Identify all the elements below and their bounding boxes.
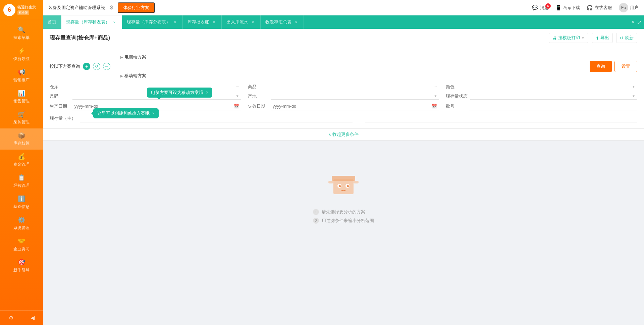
topbar-left: 装备及固定资产辅助管理系统 ⚙ 体验行业方案 bbox=[48, 2, 155, 13]
inv-amount-max-input[interactable] bbox=[365, 114, 638, 122]
page-header: 现存量查询(按仓库+商品) 🖨 按模板打印 ▼ ⬆ 导出 ↺ 刷新 bbox=[43, 29, 644, 47]
trial-btn[interactable]: 体验行业方案 bbox=[118, 2, 155, 13]
tab-inventory-batch[interactable]: 库存批次账 × bbox=[183, 15, 222, 29]
scheme-mobile-arrow[interactable]: ▶ 移动端方案 bbox=[118, 71, 148, 80]
sidebar-item-finance[interactable]: 💰 资金管理 bbox=[0, 150, 43, 171]
reset-filter-btn[interactable]: 设置 bbox=[614, 61, 637, 72]
prod-date-cal-icon[interactable]: 📅 bbox=[234, 104, 239, 109]
export-btn[interactable]: ⬆ 导出 bbox=[592, 33, 613, 43]
empty-step-2: 2 用过滤条件来缩小分析范围 bbox=[313, 216, 374, 225]
sidebar-item-purchase[interactable]: 🛒 采购管理 bbox=[0, 107, 43, 128]
logo-badge: 标准版 bbox=[17, 10, 29, 15]
app-logo: 6 畅通好生意 标准版 bbox=[0, 0, 43, 20]
tab-close-inventory-batch[interactable]: × bbox=[211, 19, 217, 25]
sidebar-item-basic[interactable]: ℹ️ 基础信息 bbox=[0, 192, 43, 213]
prod-date-start-input[interactable] bbox=[74, 104, 232, 109]
tab-close-inventory-status[interactable]: × bbox=[112, 19, 117, 25]
system-name: 装备及固定资产辅助管理系统 bbox=[48, 5, 105, 11]
guide-icon: 🎯 bbox=[18, 259, 25, 266]
topbar-settings-icon[interactable]: ⚙ bbox=[109, 4, 114, 11]
expire-date-cal-icon[interactable]: 📅 bbox=[432, 104, 437, 109]
size-label: 尺码 bbox=[50, 93, 70, 99]
expire-date-start[interactable]: 📅 bbox=[271, 102, 439, 110]
filter-reset-btn[interactable]: ↺ bbox=[93, 63, 100, 70]
batch-input[interactable] bbox=[469, 102, 637, 110]
main-area: 装备及固定资产辅助管理系统 ⚙ 体验行业方案 💬 消息 6 📱 App下载 🎧 … bbox=[43, 0, 644, 325]
settings-footer-btn[interactable]: ⚙ bbox=[9, 315, 13, 321]
filter-grid-row2: 尺码 ▼ 产地 ▼ 现存量状态 bbox=[50, 93, 637, 102]
expire-date-label: 失效日期 bbox=[248, 103, 268, 109]
origin-label: 产地 bbox=[248, 93, 268, 99]
tabbar-actions: × ⤢ bbox=[631, 19, 644, 25]
print-template-btn[interactable]: 🖨 按模板打印 ▼ bbox=[549, 33, 588, 43]
scheme-desktop-arrow[interactable]: ▶ 电脑端方案 bbox=[118, 53, 148, 61]
print-icon: 🖨 bbox=[552, 36, 557, 41]
message-btn[interactable]: 💬 消息 6 bbox=[532, 5, 549, 11]
close-all-tabs-btn[interactable]: × bbox=[631, 19, 634, 25]
page-actions: 🖨 按模板打印 ▼ ⬆ 导出 ↺ 刷新 bbox=[549, 33, 637, 43]
color-select[interactable]: ▼ bbox=[469, 84, 637, 90]
sidebar-item-marketing[interactable]: 📢 营销推广 bbox=[0, 65, 43, 86]
purchase-icon: 🛒 bbox=[18, 111, 25, 118]
quick-nav-icon: ⚡ bbox=[18, 47, 25, 55]
range-separator: — bbox=[357, 116, 361, 121]
sidebar-item-operation[interactable]: 📋 经营管理 bbox=[0, 171, 43, 192]
topbar: 装备及固定资产辅助管理系统 ⚙ 体验行业方案 💬 消息 6 📱 App下载 🎧 … bbox=[43, 0, 644, 15]
app-download-btn[interactable]: 📱 App下载 bbox=[555, 5, 580, 11]
filter-cell-origin: 产地 ▼ bbox=[248, 93, 439, 100]
print-dropdown-icon: ▼ bbox=[581, 36, 585, 40]
tab-recv-summary[interactable]: 收发存汇总表 × bbox=[261, 15, 304, 29]
product-select[interactable]: ··· bbox=[271, 84, 439, 90]
sidebar-item-inventory[interactable]: 📦 库存核算 bbox=[0, 128, 43, 150]
app-download-icon: 📱 bbox=[555, 5, 562, 11]
collapse-filter-btn[interactable]: ∧ 收起更多条件 bbox=[43, 129, 644, 141]
sidebar-item-quick[interactable]: ⚡ 快捷导航 bbox=[0, 44, 43, 65]
inv-status-select[interactable]: ▼ bbox=[470, 93, 637, 100]
refresh-btn[interactable]: ↺ 刷新 bbox=[616, 33, 637, 43]
sidebar-item-system[interactable]: ⚙️ 系统管理 bbox=[0, 213, 43, 234]
filter-cell-product: 商品 ··· bbox=[248, 84, 439, 90]
refresh-icon: ↺ bbox=[620, 36, 624, 41]
warehouse-label: 仓库 bbox=[50, 84, 70, 90]
tooltip2-close-btn[interactable]: × bbox=[152, 111, 155, 116]
page-title: 现存量查询(按仓库+商品) bbox=[50, 35, 110, 42]
filter-grid-row1: 仓库 ··· 商品 ··· 颜色 bbox=[50, 84, 637, 93]
online-support-btn[interactable]: 🎧 在线客服 bbox=[587, 5, 612, 11]
inv-amount-label: 现存量（主） bbox=[50, 115, 76, 121]
sidebar-item-guide[interactable]: 🎯 新手引导 bbox=[0, 255, 43, 276]
message-badge: 6 bbox=[545, 3, 551, 9]
sidebar-item-search[interactable]: 🔍 搜索菜单 bbox=[0, 23, 43, 44]
color-chevron-icon: ▼ bbox=[632, 85, 635, 89]
tab-inout-flow[interactable]: 出入库流水 × bbox=[222, 15, 261, 29]
tab-inventory-status[interactable]: 现存量（库存状况表） × bbox=[61, 15, 122, 29]
tab-home[interactable]: 首页 bbox=[43, 15, 61, 29]
sidebar-item-sales[interactable]: 📊 销售管理 bbox=[0, 86, 43, 107]
logo-icon: 6 bbox=[3, 4, 15, 16]
expire-date-start-input[interactable] bbox=[273, 104, 431, 109]
tab-close-inventory-dist[interactable]: × bbox=[172, 19, 178, 25]
color-label: 颜色 bbox=[446, 84, 466, 90]
tooltip-desktop-scheme: 电脑方案可设为移动方案哦 × bbox=[147, 88, 212, 98]
warehouse-chevron-icon: ··· bbox=[236, 85, 239, 89]
logo-text: 畅通好生意 标准版 bbox=[17, 5, 36, 15]
tab-close-recv-summary[interactable]: × bbox=[293, 19, 299, 25]
filter-cell-color: 颜色 ▼ bbox=[446, 84, 637, 90]
user-profile-btn[interactable]: Ea 用户 bbox=[619, 3, 639, 12]
avatar: Ea bbox=[619, 3, 628, 12]
filter-panel: 按以下方案查询 + ↺ ← ▶ 电脑端方案 ▶ 移动端方案 bbox=[43, 47, 644, 129]
origin-select[interactable]: ▼ bbox=[271, 93, 439, 100]
filter-add-btn[interactable]: + bbox=[83, 63, 90, 70]
filter-back-btn[interactable]: ← bbox=[103, 63, 110, 70]
collapse-sidebar-btn[interactable]: ◀ bbox=[31, 315, 35, 321]
sidebar-item-collab[interactable]: 🤝 企业协同 bbox=[0, 234, 43, 255]
tab-inventory-dist[interactable]: 现存量（库存分布表） × bbox=[122, 15, 183, 29]
search-btn[interactable]: 查询 bbox=[590, 61, 612, 72]
empty-state: 1 请先选择要分析的方案 2 用过滤条件来缩小分析范围 bbox=[43, 141, 644, 252]
system-icon: ⚙️ bbox=[18, 216, 25, 224]
maximize-tab-btn[interactable]: ⤢ bbox=[637, 19, 641, 25]
tab-close-inout-flow[interactable]: × bbox=[250, 19, 256, 25]
content-area: 现存量查询(按仓库+商品) 🖨 按模板打印 ▼ ⬆ 导出 ↺ 刷新 bbox=[43, 29, 644, 325]
export-icon: ⬆ bbox=[595, 36, 599, 41]
filter-label-row: 按以下方案查询 + ↺ ← ▶ 电脑端方案 ▶ 移动端方案 bbox=[50, 53, 637, 80]
tooltip1-close-btn[interactable]: × bbox=[206, 90, 208, 95]
